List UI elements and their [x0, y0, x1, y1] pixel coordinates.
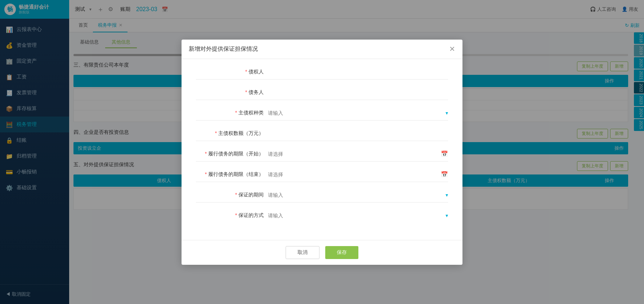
form-label-claim-type: * 主债权种类: [196, 110, 268, 116]
modal-body: * 债权人 * 债务人 * 主债权种类: [182, 59, 462, 240]
guarantee-period-input[interactable]: [268, 191, 446, 199]
form-label-creditor: * 债权人: [196, 69, 268, 75]
form-label-debtor: * 债务人: [196, 89, 268, 96]
claim-type-chevron-icon[interactable]: ▾: [446, 110, 448, 116]
form-row-start-date: * 履行债务的期限（开始） 📅: [196, 150, 448, 162]
claim-type-select[interactable]: ▾: [268, 109, 448, 117]
start-date-picker[interactable]: 📅: [268, 150, 448, 158]
form-row-debtor: * 债务人: [196, 88, 448, 100]
claim-amount-input[interactable]: [268, 129, 448, 138]
form-row-guarantee-method: * 保证的方式 ▾: [196, 211, 448, 223]
form-label-end-date: * 履行债务的期限（结束）: [196, 171, 268, 178]
form-label-guarantee-method: * 保证的方式: [196, 212, 268, 219]
guarantee-period-select[interactable]: ▾: [268, 191, 448, 199]
modal-title: 新增对外提供保证担保情况: [189, 45, 258, 53]
end-date-picker[interactable]: 📅: [268, 170, 448, 179]
guarantee-period-chevron-icon[interactable]: ▾: [446, 192, 448, 198]
form-row-end-date: * 履行债务的期限（结束） 📅: [196, 170, 448, 182]
form-label-start-date: * 履行债务的期限（开始）: [196, 151, 268, 157]
claim-type-input[interactable]: [268, 109, 446, 117]
modal-close-button[interactable]: ✕: [449, 45, 455, 53]
end-date-calendar-icon[interactable]: 📅: [441, 171, 448, 178]
modal-backdrop: 新增对外提供保证担保情况 ✕ * 债权人 * 债务人: [0, 0, 644, 304]
guarantee-method-select[interactable]: ▾: [268, 211, 448, 220]
guarantee-method-input[interactable]: [268, 211, 446, 220]
save-button[interactable]: 保存: [325, 246, 358, 259]
modal-footer: 取消 保存: [182, 240, 462, 265]
debtor-input[interactable]: [268, 88, 448, 97]
start-date-calendar-icon[interactable]: 📅: [441, 150, 448, 157]
form-label-guarantee-period: * 保证的期间: [196, 192, 268, 198]
guarantee-method-chevron-icon[interactable]: ▾: [446, 213, 448, 218]
cancel-button[interactable]: 取消: [286, 246, 319, 259]
form-row-creditor: * 债权人: [196, 68, 448, 80]
modal-dialog: 新增对外提供保证担保情况 ✕ * 债权人 * 债务人: [182, 40, 462, 265]
form-row-guarantee-period: * 保证的期间 ▾: [196, 191, 448, 203]
end-date-input[interactable]: [268, 170, 441, 179]
form-label-claim-amount: * 主债权数额（万元）: [196, 130, 268, 137]
form-row-claim-type: * 主债权种类 ▾: [196, 109, 448, 121]
creditor-input[interactable]: [268, 68, 448, 76]
form-row-claim-amount: * 主债权数额（万元）: [196, 129, 448, 141]
modal-header: 新增对外提供保证担保情况 ✕: [182, 40, 462, 59]
start-date-input[interactable]: [268, 150, 441, 158]
